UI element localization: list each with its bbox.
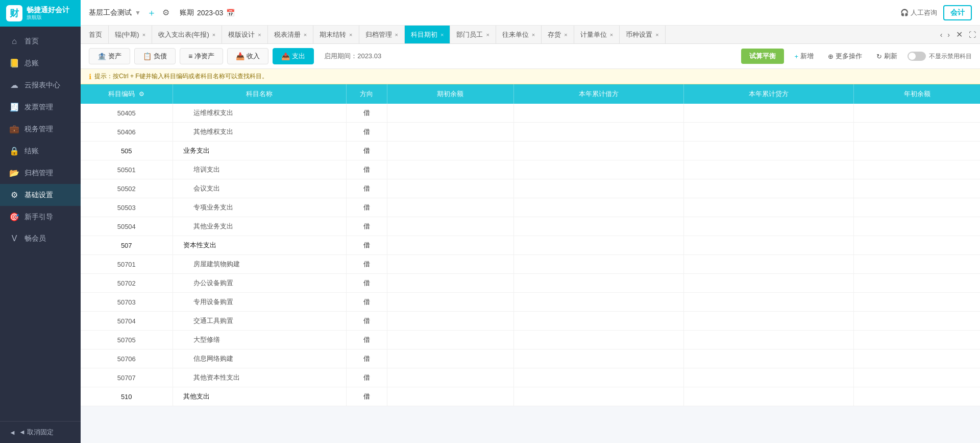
content-area: 🏦资产📋负债≡净资产📥收入📤支出 启用期间：2023.03 试算平衡 + 新增 … bbox=[81, 44, 980, 443]
topbar-add-button[interactable]: ＋ bbox=[147, 7, 156, 19]
cell-year-opening bbox=[854, 123, 980, 142]
tab-close-icon[interactable]: × bbox=[564, 32, 567, 38]
cell-direction: 借 bbox=[346, 160, 387, 179]
tab-label: 往来单位 bbox=[502, 30, 529, 39]
tab-close-icon[interactable]: × bbox=[655, 32, 658, 38]
table-row[interactable]: 50405运维维权支出借 bbox=[81, 104, 980, 123]
tab-expand-icon[interactable]: ⛶ bbox=[967, 30, 978, 40]
tab-收入支出表年报[interactable]: 收入支出表(年报)× bbox=[152, 26, 222, 44]
tab-close-icon[interactable]: × bbox=[395, 32, 398, 38]
tab-辊中期[interactable]: 辊(中期)× bbox=[109, 26, 152, 44]
more-button[interactable]: ⊕ 更多操作 bbox=[824, 50, 866, 63]
tab-close-all-icon[interactable]: ✕ bbox=[953, 29, 966, 40]
add-button[interactable]: + 新增 bbox=[790, 50, 818, 63]
balance-button[interactable]: 试算平衡 bbox=[741, 49, 784, 64]
sidebar-item-label: 云报表中心 bbox=[24, 81, 60, 90]
tab-币种设置[interactable]: 币种设置× bbox=[620, 26, 665, 44]
topbar-settings-icon[interactable]: ⚙ bbox=[162, 8, 169, 17]
table-row[interactable]: 50502会议支出借 bbox=[81, 179, 980, 198]
sidebar-item-archive[interactable]: 📂归档管理 bbox=[0, 162, 81, 184]
tab-计量单位[interactable]: 计量单位× bbox=[574, 26, 620, 44]
tab-首页[interactable]: 首页 bbox=[83, 26, 109, 44]
table-row[interactable]: 505业务支出借 bbox=[81, 142, 980, 160]
project-dropdown-icon[interactable]: ▼ bbox=[135, 9, 141, 16]
col-settings-icon[interactable]: ⚙ bbox=[139, 90, 144, 98]
cell-year-opening bbox=[854, 331, 980, 349]
expense-subtab-label: 支出 bbox=[292, 52, 305, 61]
tab-期末结转[interactable]: 期末结转× bbox=[313, 26, 359, 44]
tab-close-icon[interactable]: × bbox=[304, 32, 307, 38]
tab-科目期初[interactable]: 科目期初× bbox=[405, 26, 450, 44]
subtab-income[interactable]: 📥收入 bbox=[227, 48, 268, 64]
tab-prev-icon[interactable]: ‹ bbox=[938, 30, 945, 40]
cell-opening-balance bbox=[387, 387, 514, 406]
table-row[interactable]: 50504其他业务支出借 bbox=[81, 217, 980, 236]
sidebar-pin-toggle[interactable]: ◄ ◄ 取消固定 bbox=[0, 421, 81, 443]
cell-code: 50503 bbox=[81, 198, 173, 217]
subtab-liability[interactable]: 📋负债 bbox=[134, 48, 176, 64]
cell-ytd-credit bbox=[684, 198, 854, 217]
tab-部门员工[interactable]: 部门员工× bbox=[450, 26, 496, 44]
accounts-table: 科目编码 ⚙科目名称方向期初余额本年累计借方本年累计贷方年初余额 50405运维… bbox=[81, 84, 980, 406]
cell-opening-balance bbox=[387, 368, 514, 387]
cell-ytd-debit bbox=[514, 104, 684, 123]
cell-ytd-debit bbox=[514, 217, 684, 236]
user-role-button[interactable]: 会计 bbox=[943, 5, 972, 20]
tab-close-icon[interactable]: × bbox=[440, 32, 444, 38]
tab-close-icon[interactable]: × bbox=[610, 32, 613, 38]
table-row[interactable]: 50703专用设备购置借 bbox=[81, 293, 980, 312]
disable-toggle[interactable] bbox=[908, 52, 926, 61]
tab-往来单位[interactable]: 往来单位× bbox=[496, 26, 542, 44]
tab-close-icon[interactable]: × bbox=[349, 32, 352, 38]
sidebar-item-cloud[interactable]: ☁云报表中心 bbox=[0, 74, 81, 96]
tab-close-icon[interactable]: × bbox=[142, 32, 145, 38]
cell-direction: 借 bbox=[346, 368, 387, 387]
sidebar-item-invoice[interactable]: 🧾发票管理 bbox=[0, 96, 81, 118]
table-row[interactable]: 50707其他资本性支出借 bbox=[81, 368, 980, 387]
cell-ytd-credit bbox=[684, 274, 854, 293]
tab-税表清册[interactable]: 税表清册× bbox=[268, 26, 313, 44]
cell-opening-balance bbox=[387, 236, 514, 255]
tab-模版设计[interactable]: 模版设计× bbox=[222, 26, 267, 44]
cell-direction: 借 bbox=[346, 217, 387, 236]
sidebar-item-label: 基础设置 bbox=[24, 191, 53, 200]
sidebar-logo: 财 畅捷通好会计 旗舰版 bbox=[0, 0, 81, 27]
table-row[interactable]: 50501培训支出借 bbox=[81, 160, 980, 179]
table-row[interactable]: 50503专项业务支出借 bbox=[81, 198, 980, 217]
table-row[interactable]: 50705大型修缮借 bbox=[81, 331, 980, 349]
sidebar-item-settings[interactable]: ⚙基础设置 bbox=[0, 184, 81, 206]
cell-name: 其他业务支出 bbox=[173, 217, 346, 236]
tab-next-icon[interactable]: › bbox=[945, 30, 952, 40]
service-button[interactable]: 🎧 人工咨询 bbox=[900, 8, 937, 17]
tab-close-icon[interactable]: × bbox=[486, 32, 489, 38]
tab-存货[interactable]: 存货× bbox=[542, 26, 574, 44]
tab-归档管理[interactable]: 归档管理× bbox=[359, 26, 405, 44]
calendar-icon[interactable]: 📅 bbox=[226, 9, 235, 17]
sidebar-item-member[interactable]: V畅会员 bbox=[0, 228, 81, 249]
table-row[interactable]: 507资本性支出借 bbox=[81, 236, 980, 255]
refresh-button[interactable]: ↻ 刷新 bbox=[872, 50, 901, 63]
sidebar-item-guide[interactable]: 🎯新手引导 bbox=[0, 206, 81, 228]
subtab-equity[interactable]: ≡净资产 bbox=[180, 48, 223, 64]
table-row[interactable]: 510其他支出借 bbox=[81, 387, 980, 406]
subtab-asset[interactable]: 🏦资产 bbox=[89, 48, 130, 64]
sidebar-item-ledger[interactable]: 📒总账 bbox=[0, 52, 81, 74]
topbar-project[interactable]: 基层工会测试 ▼ bbox=[89, 8, 141, 17]
cell-ytd-credit bbox=[684, 349, 854, 368]
table-row[interactable]: 50706信息网络购建借 bbox=[81, 349, 980, 368]
tab-close-icon[interactable]: × bbox=[212, 32, 215, 38]
table-row[interactable]: 50702办公设备购置借 bbox=[81, 274, 980, 293]
sidebar-item-home[interactable]: ⌂首页 bbox=[0, 31, 81, 52]
tab-close-icon[interactable]: × bbox=[532, 32, 535, 38]
tip-bar: ℹ 提示：按Ctrl + F键并输入科目编码或者科目名称可以查找科目。 bbox=[81, 69, 980, 84]
table-row[interactable]: 50704交通工具购置借 bbox=[81, 312, 980, 331]
sidebar-item-close[interactable]: 🔒结账 bbox=[0, 140, 81, 162]
subtab-expense[interactable]: 📤支出 bbox=[273, 48, 314, 64]
table-row[interactable]: 50406其他维权支出借 bbox=[81, 123, 980, 142]
liability-subtab-label: 负债 bbox=[154, 52, 167, 61]
table-row[interactable]: 50701房屋建筑物购建借 bbox=[81, 255, 980, 274]
tab-close-icon[interactable]: × bbox=[258, 32, 261, 38]
sidebar-item-tax[interactable]: 💼税务管理 bbox=[0, 118, 81, 140]
cell-direction: 借 bbox=[346, 142, 387, 160]
cell-direction: 借 bbox=[346, 349, 387, 368]
